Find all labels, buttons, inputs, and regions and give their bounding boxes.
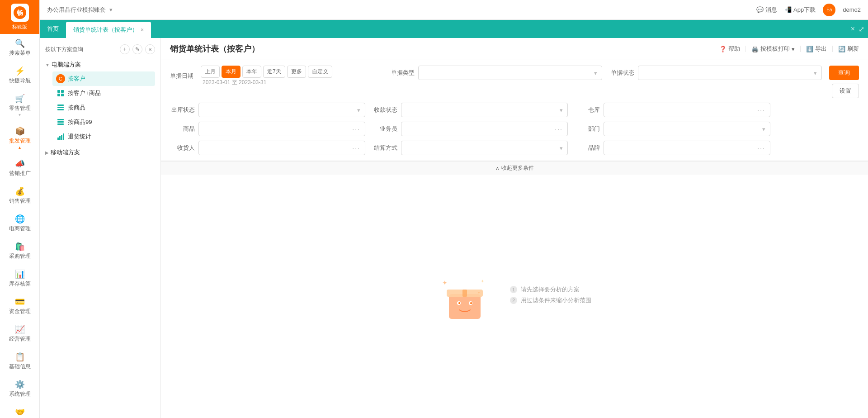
date-btn-custom[interactable]: 自定义 [308, 66, 332, 78]
sidebar-item-retail[interactable]: 🛒 零售管理 ▾ [0, 89, 39, 122]
operation-icon: 📈 [15, 324, 25, 334]
mobile-scheme-parent[interactable]: ▶ 移动端方案 [45, 146, 155, 159]
svg-text:畅: 畅 [17, 9, 23, 16]
sidebar-item-operation[interactable]: 📈 经营管理 [0, 320, 39, 347]
sidebar-item-ecommerce[interactable]: 🌐 电商管理 [0, 209, 39, 237]
receiver-input[interactable]: ··· [198, 141, 365, 155]
message-label: 消息 [765, 6, 777, 14]
brand-input[interactable]: ··· [604, 141, 770, 155]
app-logo[interactable]: 畅 标账版 [0, 0, 39, 34]
search-button[interactable]: 查询 [829, 66, 859, 80]
sidebar-item-basic[interactable]: 📋 基础信息 [0, 347, 39, 375]
page-actions: ❓ 帮助 🖨️ 按模板打印 ▾ ⬇️ 导出 [719, 45, 859, 53]
scheme-by-product-label: 按商品 [68, 104, 85, 112]
out-status-select[interactable]: ▾ [198, 103, 365, 117]
sidebar-item-finance[interactable]: 💳 资金管理 [0, 292, 39, 320]
sidebar-item-wholesale[interactable]: 📦 批发管理 ▴ [0, 122, 39, 154]
desktop-scheme-section: ▼ 电脑端方案 C 按客户 [40, 58, 160, 144]
sidebar-item-label: 采购管理 [9, 252, 31, 260]
date-btn-this-month[interactable]: 本月 [222, 66, 241, 78]
sidebar-item-inventory[interactable]: 📊 库存核算 [0, 265, 39, 292]
filter-row-2: 出库状态 ▾ 收款状态 ▾ 仓库 ··· [170, 103, 859, 117]
tab-sales-stats[interactable]: 销货单统计表（按客户） × [66, 22, 151, 38]
topbar-left: 办公用品行业模拟账套 ▾ [47, 6, 113, 14]
date-label: 单据日期 [170, 72, 197, 80]
help-btn[interactable]: ❓ 帮助 [719, 45, 740, 53]
warehouse-input[interactable]: ··· [604, 103, 770, 117]
company-dropdown-icon[interactable]: ▾ [109, 6, 113, 13]
empty-text: 1 请先选择要分析的方案 2 用过滤条件来缩小分析范围 [510, 285, 591, 307]
scheme-return-stats[interactable]: 退货统计 [52, 129, 155, 144]
export-label: 导出 [815, 45, 827, 53]
svg-rect-3 [61, 90, 64, 93]
company-name: 办公用品行业模拟账套 [47, 6, 106, 14]
tree-arrow-down-icon: ▼ [45, 62, 50, 67]
date-filter-group: 单据日期 上月 本月 本年 近7天 更多 自定义 2023-03-01 至 20… [170, 66, 382, 86]
search-icon: 🔍 [15, 38, 25, 48]
collapse-bar[interactable]: ∧ 收起更多条件 [161, 161, 868, 175]
svg-rect-10 [57, 121, 64, 123]
svg-rect-18 [462, 290, 467, 297]
export-btn[interactable]: ⬇️ 导出 [806, 45, 827, 53]
brand-label: 品牌 [575, 144, 600, 152]
wholesale-icon: 📦 [15, 126, 25, 136]
hint-2-text: 用过滤条件来缩小分析范围 [521, 296, 591, 304]
print-dropdown-icon[interactable]: ▾ [792, 46, 795, 52]
filter-row-4: 收货人 ··· 结算方式 ▾ 品牌 ··· [170, 141, 859, 155]
message-btn[interactable]: 💬 消息 [756, 6, 777, 14]
print-btn[interactable]: 🖨️ 按模板打印 ▾ [751, 45, 795, 53]
scheme-by-product[interactable]: 按商品 [52, 100, 155, 115]
sidebar-item-quick-nav[interactable]: ⚡ 快捷导航 [0, 62, 39, 89]
scheme-by-product-99[interactable]: 按商品99 [52, 115, 155, 129]
date-btn-more[interactable]: 更多 [287, 66, 306, 78]
scheme-by-customer-product[interactable]: 按客户+商品 [52, 86, 155, 100]
app-name: 标账版 [12, 24, 27, 30]
date-btn-7days[interactable]: 近7天 [263, 66, 285, 78]
salesperson-input[interactable]: ··· [401, 122, 568, 136]
filter-area: 单据日期 上月 本月 本年 近7天 更多 自定义 2023-03-01 至 20… [161, 60, 868, 161]
date-btn-this-year[interactable]: 本年 [242, 66, 261, 78]
tab-home[interactable]: 首页 [40, 20, 66, 38]
collapse-label: 收起更多条件 [501, 164, 534, 172]
date-control: 上月 本月 本年 近7天 更多 自定义 2023-03-01 至 2023-03… [201, 66, 332, 86]
collapse-up-icon: ∧ [495, 165, 500, 171]
sidebar-item-sales[interactable]: 💰 销售管理 [0, 182, 39, 209]
expand-window-icon[interactable]: ⤢ [859, 25, 864, 33]
scheme-by-customer[interactable]: C 按客户 [52, 71, 155, 86]
system-icon: ⚙️ [15, 380, 25, 390]
sidebar-item-purchase[interactable]: 🛍️ 采购管理 [0, 237, 39, 265]
edit-scheme-btn[interactable]: ✎ [132, 44, 142, 54]
sidebar-item-marketing[interactable]: 📣 营销推广 [0, 154, 39, 182]
sidebar-item-search[interactable]: 🔍 搜索菜单 [0, 34, 39, 62]
bill-status-select[interactable]: ▾ [638, 66, 822, 80]
add-scheme-btn[interactable]: + [120, 44, 130, 54]
warehouse-label: 仓库 [575, 106, 600, 114]
desktop-scheme-parent[interactable]: ▼ 电脑端方案 [45, 58, 155, 71]
goods-input[interactable]: ··· [198, 122, 365, 136]
dept-select[interactable]: ▾ [604, 122, 770, 136]
bill-type-select[interactable]: ▾ [418, 66, 602, 80]
sidebar-item-enterprise[interactable]: 🤝 企业协同 [0, 403, 39, 418]
empty-state: ✦ ✦ ✦ 1 请先选择要分析的方案 2 用过滤条件来缩小分析 [161, 175, 868, 418]
sidebar-item-system[interactable]: ⚙️ 系统管理 [0, 375, 39, 403]
receipt-status-select[interactable]: ▾ [401, 103, 568, 117]
settlement-select[interactable]: ▾ [401, 141, 568, 155]
collapse-panel-btn[interactable]: « [145, 44, 155, 54]
avatar[interactable]: Ea [823, 4, 835, 16]
return-stats-icon [56, 132, 65, 141]
svg-rect-12 [57, 138, 59, 140]
refresh-btn[interactable]: 🔄 刷新 [838, 45, 859, 53]
svg-rect-13 [59, 136, 61, 140]
customer-product-icon [56, 89, 65, 98]
salesperson-filter: 业务员 ··· [373, 122, 568, 136]
bill-type-filter: 单据类型 ▾ [390, 66, 602, 80]
app-download-btn[interactable]: 📲 App下载 [784, 6, 816, 14]
scheme-by-customer-product-label: 按客户+商品 [68, 89, 101, 97]
date-btn-last-month[interactable]: 上月 [201, 66, 220, 78]
basic-icon: 📋 [15, 352, 25, 362]
tab-close-icon[interactable]: × [141, 27, 144, 33]
setting-button[interactable]: 设置 [832, 84, 859, 98]
close-window-icon[interactable]: × [851, 25, 855, 33]
dept-filter: 部门 ▾ [575, 122, 770, 136]
bill-type-arrow-icon: ▾ [594, 70, 597, 76]
